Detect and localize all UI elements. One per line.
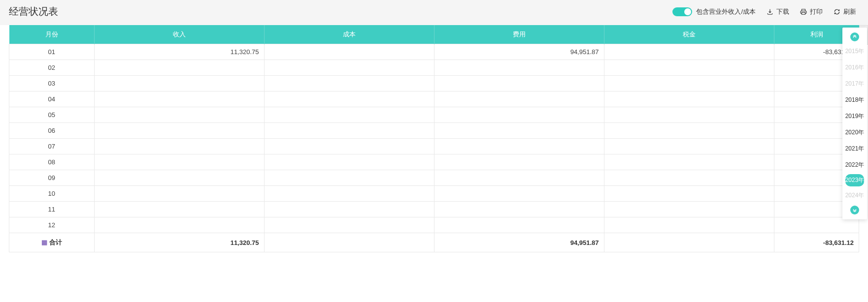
table-row: 05 [9,107,859,123]
total-label: 合计 [49,239,62,246]
page-header: 经营状况表 包含营业外收入/成本 下载 打印 刷新 [0,0,868,25]
cell-tax [604,44,774,60]
cell-month: 05 [9,107,95,123]
cell-cost [264,139,434,154]
year-item: 2024年 [843,187,867,204]
total-income: 11,320.75 [94,233,264,252]
toggle-switch-icon [672,7,692,16]
cell-tax [604,139,774,154]
cell-tax [604,154,774,170]
cell-tax [604,76,774,91]
cell-income [94,154,264,170]
cell-tax [604,107,774,123]
year-item[interactable]: 2018年 [843,92,867,108]
cell-expense [434,170,604,186]
cell-income [94,76,264,91]
table-row: 08 [9,154,859,170]
cell-tax [604,202,774,217]
print-label: 打印 [810,7,823,16]
year-item[interactable]: 2020年 [843,124,867,141]
download-label: 下载 [776,7,789,16]
year-scroll-up-button[interactable] [850,32,859,41]
table-row: 06 [9,123,859,139]
cell-cost [264,217,434,233]
cell-month: 07 [9,139,95,154]
cell-month: 06 [9,123,95,139]
cell-month: 10 [9,186,95,202]
col-header-expense: 费用 [434,25,604,44]
col-header-tax: 税金 [604,25,774,44]
cell-expense: 94,951.87 [434,44,604,60]
download-button[interactable]: 下载 [767,7,789,16]
cell-cost [264,107,434,123]
cell-expense [434,107,604,123]
cell-month: 12 [9,217,95,233]
cell-income [94,139,264,154]
print-button[interactable]: 打印 [800,7,823,16]
refresh-button[interactable]: 刷新 [834,7,856,16]
cell-cost [264,170,434,186]
cell-income [94,60,264,76]
cell-month: 02 [9,60,95,76]
refresh-label: 刷新 [843,7,856,16]
cell-month: 09 [9,170,95,186]
year-item[interactable]: 2019年 [843,108,867,124]
cell-tax [604,91,774,107]
print-icon [800,8,807,15]
year-scroll-down-button[interactable] [850,206,859,214]
cell-cost [264,202,434,217]
cell-expense [434,91,604,107]
table-row: 12 [9,217,859,233]
cell-expense [434,154,604,170]
table-row: 11 [9,202,859,217]
toggle-include-nonop[interactable]: 包含营业外收入/成本 [672,7,756,16]
cell-cost [264,123,434,139]
refresh-icon [834,8,840,15]
year-item: 2016年 [843,60,867,76]
cell-income [94,91,264,107]
total-tax [604,233,774,252]
cell-expense [434,217,604,233]
cell-income [94,217,264,233]
chevron-down-icon [853,208,857,212]
year-item: 2017年 [843,76,867,92]
cell-month: 04 [9,91,95,107]
cell-expense [434,186,604,202]
year-item[interactable]: 2021年 [843,141,867,157]
page-title: 经营状况表 [9,5,58,18]
table-row: 02 [9,60,859,76]
cell-month: 01 [9,44,95,60]
cell-cost [264,76,434,91]
chevron-up-icon [853,35,857,39]
cell-income [94,123,264,139]
cell-income [94,107,264,123]
cell-cost [264,60,434,76]
cell-tax [604,170,774,186]
table-row: 03 [9,76,859,91]
year-item[interactable]: 2023年 [845,174,865,186]
cell-tax [604,60,774,76]
table-total-row: ▦合计 11,320.75 94,951.87 -83,631.12 [9,233,859,252]
cell-cost [264,186,434,202]
cell-tax [604,186,774,202]
cell-expense [434,202,604,217]
cell-expense [434,139,604,154]
cell-income [94,186,264,202]
total-profit: -83,631.12 [774,233,859,252]
col-header-month: 月份 [9,25,95,44]
cell-month: 08 [9,154,95,170]
cell-expense [434,60,604,76]
cell-month: 03 [9,76,95,91]
year-item[interactable]: 2022年 [843,157,867,173]
cell-profit [774,217,859,233]
table-header-row: 月份 收入 成本 费用 税金 利润 [9,25,859,44]
year-item: 2015年 [843,43,867,60]
cell-income [94,202,264,217]
year-sidebar: 2015年2016年2017年2018年2019年2020年2021年2022年… [842,28,867,219]
cell-tax [604,217,774,233]
operating-table: 月份 收入 成本 费用 税金 利润 0111,320.7594,951.87-8… [9,25,859,252]
table-row: 04 [9,91,859,107]
toolbar: 包含营业外收入/成本 下载 打印 刷新 [672,7,856,16]
total-icon: ▦ [41,239,47,246]
col-header-income: 收入 [94,25,264,44]
